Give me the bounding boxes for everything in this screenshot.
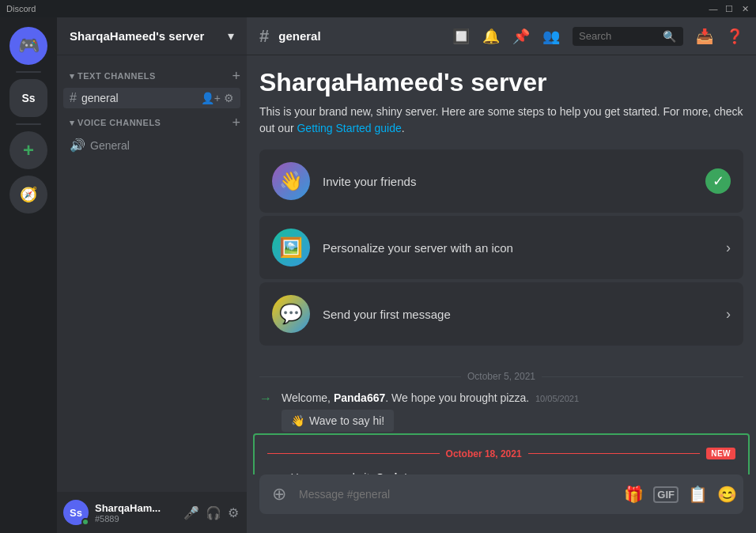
gift-icon[interactable]: 🎁 bbox=[624, 485, 644, 504]
chat-channel-name: general bbox=[278, 29, 443, 43]
close-button[interactable]: ✕ bbox=[740, 4, 750, 13]
emoji-icon[interactable]: 😊 bbox=[717, 485, 737, 504]
channel-sidebar: SharqaHameed's server ▾ ▾ TEXT CHANNELS … bbox=[57, 17, 247, 533]
title-bar: Discord — ☐ ✕ bbox=[0, 0, 756, 17]
green-arrow-indicator-icon: → bbox=[267, 467, 285, 474]
welcome-description: This is your brand new, shiny server. He… bbox=[259, 104, 743, 137]
discord-logo-icon: 🎮 bbox=[18, 36, 40, 56]
notifications-icon[interactable]: 🔔 bbox=[482, 28, 500, 45]
help-icon[interactable]: ❓ bbox=[726, 28, 743, 45]
message-craig: → Yay you made it, Craig! Today at 11:09… bbox=[255, 466, 748, 474]
add-server-button[interactable]: + bbox=[9, 131, 47, 169]
checklist-item-personalize[interactable]: 🖼️ Personalize your server with an icon … bbox=[259, 216, 743, 279]
server-header[interactable]: SharqaHameed's server ▾ bbox=[57, 17, 247, 55]
personalize-icon: 🖼️ bbox=[272, 229, 310, 266]
voice-channels-category[interactable]: ▾ VOICE CHANNELS + bbox=[57, 108, 247, 134]
user-settings-button[interactable]: ⚙ bbox=[226, 504, 240, 522]
mute-button[interactable]: 🎤 bbox=[182, 504, 201, 522]
explore-servers-button[interactable]: 🧭 bbox=[9, 176, 47, 214]
server-list-divider-2 bbox=[16, 123, 41, 125]
wave-button[interactable]: 👋 Wave to say hi! bbox=[282, 410, 394, 432]
server-icon-discord-home[interactable]: 🎮 bbox=[9, 27, 47, 65]
channel-item-general-voice[interactable]: 🔊 General bbox=[63, 134, 240, 156]
chat-input[interactable] bbox=[299, 478, 618, 510]
getting-started-link[interactable]: Getting Started guide bbox=[297, 122, 401, 134]
user-controls: 🎤 🎧 ⚙ bbox=[182, 504, 240, 522]
add-voice-channel-button[interactable]: + bbox=[232, 115, 240, 131]
add-member-icon[interactable]: 👤+ bbox=[201, 92, 221, 104]
settings-icon[interactable]: ⚙ bbox=[224, 92, 234, 104]
message-text-welcome: Welcome, Panda667. We hope you brought p… bbox=[282, 391, 579, 404]
gif-icon[interactable]: GIF bbox=[653, 486, 679, 503]
text-channels-category[interactable]: ▾ TEXT CHANNELS + bbox=[57, 62, 247, 88]
message-arrow-icon: → bbox=[259, 390, 272, 406]
date-text-oct18: October 18, 2021 bbox=[446, 448, 522, 459]
welcome-title: SharqaHameed's server bbox=[259, 68, 743, 97]
server-header-chevron-icon: ▾ bbox=[228, 28, 234, 43]
chat-input-area: ⊕ 🎁 GIF 📋 😊 bbox=[247, 474, 756, 533]
ss-icon-label: Ss bbox=[21, 92, 35, 104]
chat-area: # general 🔲 🔔 📌 👥 🔍 📥 ❓ bbox=[247, 17, 756, 533]
channel-item-general-text[interactable]: # general 👤+ ⚙ bbox=[63, 88, 240, 108]
wave-emoji: 👋 bbox=[291, 414, 304, 427]
chat-messages: SharqaHameed's server This is your brand… bbox=[247, 55, 756, 474]
chat-header: # general 🔲 🔔 📌 👥 🔍 📥 ❓ bbox=[247, 17, 756, 55]
main-layout: 🎮 Ss + 🧭 SharqaHameed's server ▾ bbox=[0, 17, 756, 533]
checklist: 👋 Invite your friends ✓ 🖼️ Personalize y… bbox=[259, 149, 743, 346]
message-author-panda: Panda667 bbox=[334, 391, 385, 404]
deafen-button[interactable]: 🎧 bbox=[204, 504, 223, 522]
add-text-channel-button[interactable]: + bbox=[232, 68, 240, 85]
invite-emoji: 👋 bbox=[279, 170, 303, 192]
invite-friends-text: Invite your friends bbox=[323, 175, 693, 188]
personalize-emoji: 🖼️ bbox=[279, 236, 303, 259]
maximize-button[interactable]: ☐ bbox=[724, 4, 734, 13]
search-bar[interactable]: 🔍 bbox=[573, 27, 683, 46]
inbox-icon[interactable]: 📥 bbox=[696, 28, 713, 45]
user-bar: Ss SharqaHam... #5889 🎤 🎧 ⚙ bbox=[57, 492, 247, 533]
text-channels-label: ▾ TEXT CHANNELS bbox=[70, 71, 156, 81]
title-bar-title: Discord bbox=[6, 4, 36, 13]
date-divider-oct18: October 18, 2021 NEW bbox=[255, 435, 748, 466]
minimize-button[interactable]: — bbox=[709, 4, 718, 13]
plus-icon: + bbox=[23, 139, 34, 161]
first-message-text: Send your first message bbox=[323, 308, 713, 321]
channel-name-voice-general: General bbox=[90, 139, 234, 152]
checklist-item-invite[interactable]: 👋 Invite your friends ✓ bbox=[259, 149, 743, 213]
wave-label: Wave to say hi! bbox=[309, 414, 384, 427]
message-timestamp-oct5: 10/05/2021 bbox=[535, 394, 579, 403]
user-status-dot bbox=[81, 518, 89, 526]
app-container: Discord — ☐ ✕ 🎮 Ss + 🧭 bbox=[0, 0, 756, 533]
channel-hash-icon: # bbox=[259, 26, 269, 47]
server-name: SharqaHameed's server bbox=[70, 29, 204, 43]
message-content-welcome: Welcome, Panda667. We hope you brought p… bbox=[282, 390, 743, 432]
chat-header-icons: 🔲 🔔 📌 👥 🔍 📥 ❓ bbox=[452, 27, 743, 46]
first-message-emoji: 💬 bbox=[279, 303, 303, 325]
user-avatar-initials: Ss bbox=[70, 507, 82, 519]
divider-line-left bbox=[259, 376, 461, 377]
chat-add-icon[interactable]: ⊕ bbox=[266, 474, 293, 514]
compass-icon: 🧭 bbox=[20, 186, 37, 203]
date-text-oct5: October 5, 2021 bbox=[467, 371, 535, 382]
user-avatar-container: Ss bbox=[63, 500, 89, 525]
members-icon[interactable]: 👥 bbox=[542, 28, 560, 45]
server-icon-ss[interactable]: Ss bbox=[9, 79, 47, 117]
welcome-text-prefix: Welcome, bbox=[282, 391, 334, 404]
pinned-icon[interactable]: 📌 bbox=[512, 28, 530, 45]
date-divider-oct5: October 5, 2021 bbox=[247, 358, 756, 388]
search-input[interactable] bbox=[579, 30, 658, 42]
voice-channels-label: ▾ VOICE CHANNELS bbox=[70, 118, 161, 128]
first-message-icon: 💬 bbox=[272, 295, 310, 333]
wave-button-container: 👋 Wave to say hi! bbox=[282, 406, 743, 432]
checklist-item-first-message[interactable]: 💬 Send your first message › bbox=[259, 282, 743, 346]
personalize-text: Personalize your server with an icon bbox=[323, 241, 713, 255]
server-list-divider bbox=[16, 71, 41, 73]
hash-icon: # bbox=[70, 91, 77, 105]
threads-icon[interactable]: 🔲 bbox=[452, 28, 470, 45]
search-icon: 🔍 bbox=[663, 30, 676, 43]
sticker-icon[interactable]: 📋 bbox=[688, 485, 708, 504]
chat-input-icons: 🎁 GIF 📋 😊 bbox=[624, 485, 737, 504]
user-name: SharqaHam... bbox=[95, 502, 176, 514]
message-welcome: → Welcome, Panda667. We hope you brought… bbox=[247, 388, 756, 433]
new-badge: NEW bbox=[706, 448, 735, 459]
channel-name-general: general bbox=[81, 92, 196, 104]
